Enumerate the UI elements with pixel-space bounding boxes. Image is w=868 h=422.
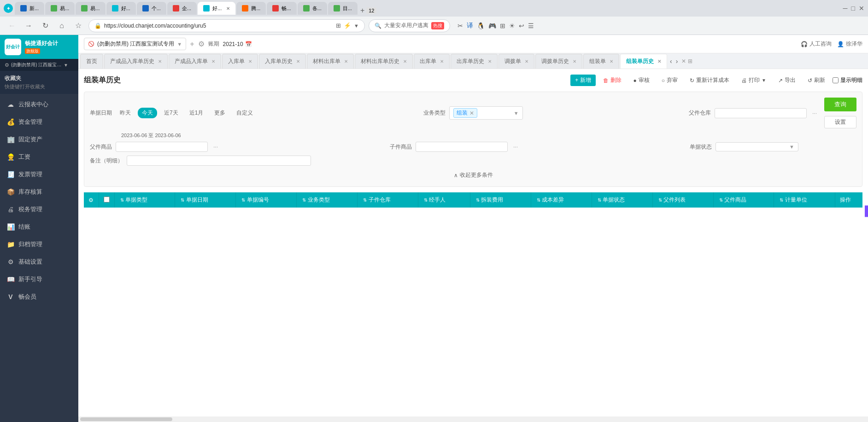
emoji-icon[interactable]: 🐧 — [477, 22, 485, 29]
col-doc-no[interactable]: ⇅ 单据编号 — [236, 192, 297, 208]
sidebar-item-tax[interactable]: 🖨 税务管理 — [0, 201, 78, 218]
col-settings[interactable]: ⚙ — [84, 192, 99, 208]
translate-icon[interactable]: 译 — [467, 22, 473, 30]
close-tab-inbound-history-icon[interactable]: ✕ — [296, 59, 300, 64]
browser-tab-4[interactable]: 好... — [106, 2, 136, 15]
recalc-button[interactable]: ↻ 重新计算成本 — [685, 75, 734, 86]
tab-assembly[interactable]: 组装单 ✕ — [583, 54, 619, 69]
audit-button[interactable]: ● 审核 — [629, 75, 654, 86]
dropdown-arrow-icon[interactable]: ▼ — [64, 63, 68, 68]
biz-type-tag-remove-icon[interactable]: ✕ — [469, 110, 474, 116]
minimize-icon[interactable]: ─ — [843, 5, 848, 12]
close-tab-7-icon[interactable]: ✕ — [226, 6, 230, 11]
sidebar-item-invoice[interactable]: 🧾 发票管理 — [0, 166, 78, 183]
tab-allocation-history[interactable]: 调拨单历史 ✕ — [535, 54, 582, 69]
dropdown-icon[interactable]: ▼ — [354, 23, 359, 29]
tab-assembly-history[interactable]: 组装单历史 ✕ — [620, 54, 667, 69]
browser-tab-3[interactable]: 易... — [76, 2, 105, 15]
new-tab-button[interactable]: + — [360, 6, 364, 15]
show-detail-checkbox[interactable] — [833, 77, 839, 83]
last7-btn[interactable]: 近7天 — [160, 108, 182, 118]
parent-goods-more-icon[interactable]: ··· — [213, 144, 218, 150]
calendar-icon[interactable]: 📅 — [245, 41, 252, 47]
browser-tab-1[interactable]: 新... — [15, 2, 44, 15]
close-tab-assembly-history-icon[interactable]: ✕ — [657, 59, 661, 64]
col-handler[interactable]: ⇅ 经手人 — [418, 192, 470, 208]
col-settings-icon[interactable]: ⚙ — [88, 197, 94, 203]
show-detail-check[interactable]: 显示明细 — [833, 76, 862, 84]
tab-home[interactable]: 首页 — [80, 54, 103, 69]
close-tab-assembly-icon[interactable]: ✕ — [610, 59, 613, 64]
settings-cog-icon[interactable]: ⚙ — [198, 40, 205, 48]
delete-button[interactable]: 🗑 删除 — [598, 75, 626, 86]
col-doc-type[interactable]: ⇅ 单据类型 — [114, 192, 175, 208]
more-date-btn[interactable]: 更多 — [210, 108, 229, 118]
child-goods-input[interactable] — [416, 142, 508, 152]
service-btn[interactable]: 🎧 人工咨询 — [801, 40, 832, 48]
reload-button[interactable]: ↻ — [39, 19, 52, 32]
close-tab-outbound-icon[interactable]: ✕ — [440, 59, 444, 64]
col-parent-goods[interactable]: ⇅ 父件商品 — [713, 192, 774, 208]
browser-tab-8[interactable]: 腾... — [236, 2, 266, 15]
tab-nav-right-icon[interactable]: › — [676, 58, 678, 65]
query-button[interactable]: 查询 — [824, 98, 856, 111]
set-button[interactable]: 设置 — [824, 116, 856, 128]
new-button[interactable]: + 新增 — [570, 75, 595, 86]
close-tab-outbound-history-icon[interactable]: ✕ — [488, 59, 492, 64]
browser-tab-2[interactable]: 易... — [45, 2, 75, 15]
brightness-icon[interactable]: ☀ — [509, 22, 515, 29]
parent-warehouse-input[interactable] — [715, 108, 807, 118]
child-goods-more-icon[interactable]: ··· — [513, 144, 518, 150]
sidebar-item-fixed-assets[interactable]: 🏢 固定资产 — [0, 131, 78, 148]
horizontal-scrollbar[interactable] — [78, 416, 868, 422]
browser-tab-11[interactable]: 目... — [328, 2, 358, 15]
tab-production-inbound[interactable]: 产成品入库单 ✕ — [169, 54, 221, 69]
browser-tab-9[interactable]: 畅... — [267, 2, 296, 15]
col-doc-status[interactable]: ⇅ 单据状态 — [592, 192, 652, 208]
col-child-warehouse[interactable]: ⇅ 子件仓库 — [358, 192, 418, 208]
add-company-icon[interactable]: + — [190, 40, 194, 48]
sidebar-item-settings[interactable]: ⚙ 基础设置 — [0, 253, 78, 271]
close-tab-allocation-icon[interactable]: ✕ — [525, 59, 528, 64]
tab-outbound[interactable]: 出库单 ✕ — [414, 54, 450, 69]
tab-nav-left-icon[interactable]: ‹ — [670, 58, 672, 65]
yesterday-btn[interactable]: 昨天 — [116, 108, 135, 118]
close-window-icon[interactable]: ✕ — [859, 5, 864, 12]
close-tab-inbound-icon[interactable]: ✕ — [248, 59, 252, 64]
sidebar-item-archive[interactable]: 📁 归档管理 — [0, 236, 78, 253]
tab-material-outbound[interactable]: 材料出库单 ✕ — [307, 54, 354, 69]
close-tab-material-outbound-history-icon[interactable]: ✕ — [403, 59, 407, 64]
sidebar-item-guide[interactable]: 📖 新手引导 — [0, 271, 78, 288]
browser-tab-6[interactable]: 企... — [167, 2, 197, 15]
biz-type-select[interactable]: 组装 ✕ ▼ — [449, 106, 523, 120]
sidebar-item-member[interactable]: V 畅会员 — [0, 288, 78, 306]
today-btn[interactable]: 今天 — [138, 108, 157, 118]
apps-icon[interactable]: ⊞ — [500, 22, 505, 29]
browser-tab-7[interactable]: 好... ✕ — [198, 2, 235, 15]
forward-button[interactable]: → — [22, 19, 35, 32]
tab-allocation[interactable]: 调拨单 ✕ — [499, 54, 534, 69]
browser-tab-10[interactable]: 各... — [298, 2, 327, 15]
tab-more-icon[interactable]: ⊞ — [688, 58, 692, 64]
grid-icon[interactable]: ⊞ — [336, 22, 341, 29]
close-all-tabs-icon[interactable]: ✕ — [681, 58, 686, 64]
col-doc-date[interactable]: ⇅ 单据日期 — [175, 192, 236, 208]
search-box[interactable]: 🔍 大量安卓用户逃离 热搜 — [369, 19, 450, 32]
user-profile-btn[interactable]: 👤 徐泽华 — [837, 40, 862, 48]
browser-tab-5[interactable]: 个... — [137, 2, 166, 15]
close-tab-material-outbound-icon[interactable]: ✕ — [344, 59, 348, 64]
maximize-icon[interactable]: □ — [851, 5, 855, 12]
tab-inbound[interactable]: 入库单 ✕ — [222, 54, 258, 69]
col-disassembly-cost[interactable]: ⇅ 拆装费用 — [470, 192, 531, 208]
address-bar[interactable]: 🔒 https://cloud.chanjet.com/accounting/u… — [88, 19, 365, 32]
tab-inbound-history[interactable]: 入库单历史 ✕ — [259, 54, 306, 69]
col-cost-diff[interactable]: ⇅ 成本差异 — [531, 192, 592, 208]
parent-warehouse-more-icon[interactable]: ··· — [812, 110, 817, 116]
tab-production-inbound-history[interactable]: 产成品入库单历史 ✕ — [104, 54, 168, 69]
col-biz-type[interactable]: ⇅ 业务类型 — [297, 192, 358, 208]
status-select[interactable]: ▼ — [716, 142, 798, 151]
undo-icon[interactable]: ↩ — [519, 22, 524, 29]
close-tab-allocation-history-icon[interactable]: ✕ — [573, 59, 576, 64]
bookmark-button[interactable]: ☆ — [72, 19, 85, 32]
ai-button[interactable]: Ai — [865, 205, 868, 217]
